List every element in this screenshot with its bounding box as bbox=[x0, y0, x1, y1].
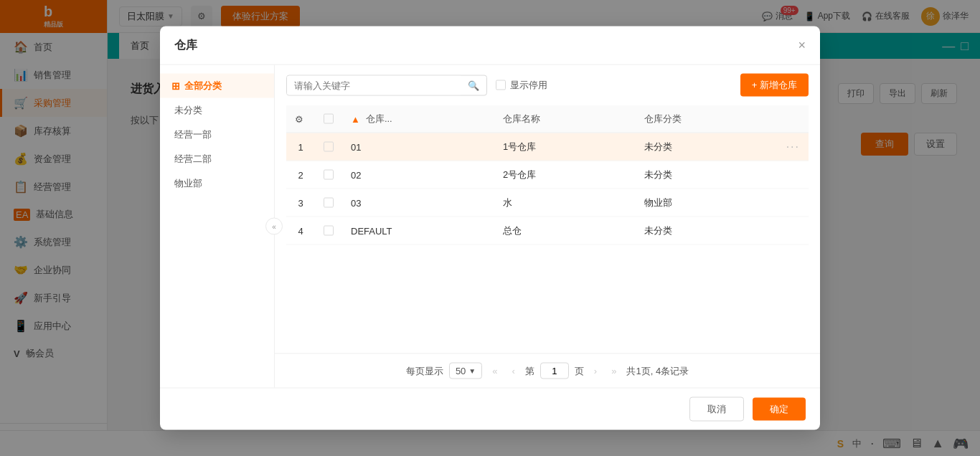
next-page-button[interactable]: › bbox=[590, 364, 601, 378]
row-name: 总仓 bbox=[494, 217, 636, 244]
total-info: 共1页, 4条记录 bbox=[626, 364, 689, 377]
modal-title: 仓库 bbox=[174, 38, 197, 53]
category-label: 物业部 bbox=[174, 178, 202, 189]
row-category: 未分类 bbox=[636, 133, 777, 161]
show-disabled-checkbox[interactable] bbox=[496, 80, 506, 90]
row-name: 1号仓库 bbox=[494, 133, 636, 161]
category-item-ops2[interactable]: 经营二部 bbox=[160, 147, 274, 171]
row-num: 1 bbox=[286, 133, 315, 161]
row-category: 未分类 bbox=[636, 161, 777, 189]
page-word: 第 bbox=[525, 364, 534, 377]
category-item-ops1[interactable]: 经营一部 bbox=[160, 123, 274, 147]
table-container: ⚙ ▲ 仓库... bbox=[275, 105, 820, 353]
row-category: 未分类 bbox=[636, 217, 777, 244]
row-num: 3 bbox=[286, 189, 315, 217]
select-all-checkbox[interactable] bbox=[324, 114, 334, 124]
th-checkbox bbox=[315, 105, 342, 133]
th-settings: ⚙ bbox=[286, 105, 315, 133]
pagination-bar: 每页显示 50 ▼ « ‹ 第 页 › » 共1页, 4条记录 bbox=[275, 353, 820, 388]
table-row: 2 02 2号仓库 未分类 bbox=[286, 161, 809, 189]
row-actions bbox=[778, 217, 809, 244]
confirm-button[interactable]: 确定 bbox=[753, 398, 806, 421]
table-row: 1 01 1号仓库 未分类 ··· bbox=[286, 133, 809, 161]
row-actions: ··· bbox=[778, 133, 809, 161]
row-checkbox[interactable] bbox=[324, 198, 334, 208]
show-disabled-toggle: 显示停用 bbox=[496, 79, 547, 92]
category-label: 经营二部 bbox=[174, 153, 212, 164]
th-code-label: 仓库... bbox=[366, 113, 392, 125]
collapse-sidebar-button[interactable]: « bbox=[265, 218, 283, 235]
show-disabled-label: 显示停用 bbox=[510, 79, 547, 92]
last-page-button[interactable]: » bbox=[607, 364, 621, 378]
category-label: 未分类 bbox=[174, 105, 202, 115]
row-checkbox-cell bbox=[315, 189, 342, 217]
sort-icon: ▲ bbox=[351, 113, 360, 124]
per-page-value: 50 bbox=[456, 366, 466, 376]
all-categories-item[interactable]: ⊞ 全部分类 bbox=[160, 74, 274, 98]
th-code: ▲ 仓库... bbox=[342, 105, 494, 133]
first-page-button[interactable]: « bbox=[488, 364, 501, 378]
row-code: 01 bbox=[342, 133, 494, 161]
search-input[interactable] bbox=[287, 75, 461, 95]
row-category: 物业部 bbox=[636, 189, 777, 217]
modal-main-panel: 🔍 显示停用 + 新增仓库 ⚙ bbox=[275, 65, 820, 388]
row-checkbox[interactable] bbox=[324, 226, 334, 236]
category-item-property[interactable]: 物业部 bbox=[160, 171, 274, 196]
modal-body: ⊞ 全部分类 未分类 经营一部 经营二部 物业部 « bbox=[160, 65, 820, 388]
modal-header: 仓库 × bbox=[160, 27, 820, 65]
th-category: 仓库分类 bbox=[636, 105, 777, 133]
row-checkbox[interactable] bbox=[324, 170, 334, 180]
per-page-select[interactable]: 50 ▼ bbox=[449, 363, 482, 379]
modal-toolbar: 🔍 显示停用 + 新增仓库 bbox=[275, 65, 820, 105]
grid-icon: ⊞ bbox=[171, 80, 180, 92]
search-icon[interactable]: 🔍 bbox=[461, 80, 486, 90]
per-page-label: 每页显示 bbox=[406, 364, 443, 377]
th-category-label: 仓库分类 bbox=[644, 113, 682, 124]
row-checkbox-cell bbox=[315, 133, 342, 161]
row-checkbox[interactable] bbox=[324, 142, 334, 152]
row-actions bbox=[778, 161, 809, 189]
modal-category-sidebar: ⊞ 全部分类 未分类 经营一部 经营二部 物业部 « bbox=[160, 65, 275, 388]
settings-col-icon: ⚙ bbox=[295, 113, 303, 124]
category-item-uncategorized[interactable]: 未分类 bbox=[160, 98, 274, 123]
row-code: DEFAULT bbox=[342, 217, 494, 244]
table-row: 3 03 水 物业部 bbox=[286, 189, 809, 217]
modal-close-button[interactable]: × bbox=[798, 38, 806, 53]
row-checkbox-cell bbox=[315, 161, 342, 189]
row-num: 2 bbox=[286, 161, 315, 189]
table-row: 4 DEFAULT 总仓 未分类 bbox=[286, 217, 809, 244]
collapse-icon: « bbox=[272, 222, 276, 230]
row-code: 02 bbox=[342, 161, 494, 189]
category-label: 经营一部 bbox=[174, 129, 212, 140]
row-checkbox-cell bbox=[315, 217, 342, 244]
modal-footer: 取消 确定 bbox=[160, 388, 820, 430]
warehouse-modal: 仓库 × ⊞ 全部分类 未分类 经营一部 经营二部 物业部 « bbox=[160, 27, 820, 430]
page-unit: 页 bbox=[575, 364, 584, 377]
row-name: 水 bbox=[494, 189, 636, 217]
th-name-label: 仓库名称 bbox=[503, 113, 540, 124]
row-actions bbox=[778, 189, 809, 217]
th-actions bbox=[778, 105, 809, 133]
row-name: 2号仓库 bbox=[494, 161, 636, 189]
page-number-input[interactable] bbox=[540, 363, 569, 379]
cancel-button[interactable]: 取消 bbox=[689, 397, 744, 422]
th-name: 仓库名称 bbox=[494, 105, 636, 133]
all-categories-label: 全部分类 bbox=[184, 80, 222, 92]
row-code: 03 bbox=[342, 189, 494, 217]
row-num: 4 bbox=[286, 217, 315, 244]
prev-page-button[interactable]: ‹ bbox=[508, 364, 519, 378]
row-actions-button[interactable]: ··· bbox=[786, 141, 800, 153]
modal-search-box: 🔍 bbox=[286, 75, 487, 95]
new-warehouse-button[interactable]: + 新增仓库 bbox=[740, 74, 809, 97]
select-dropdown-icon: ▼ bbox=[468, 367, 476, 375]
warehouse-table: ⚙ ▲ 仓库... bbox=[286, 105, 809, 245]
